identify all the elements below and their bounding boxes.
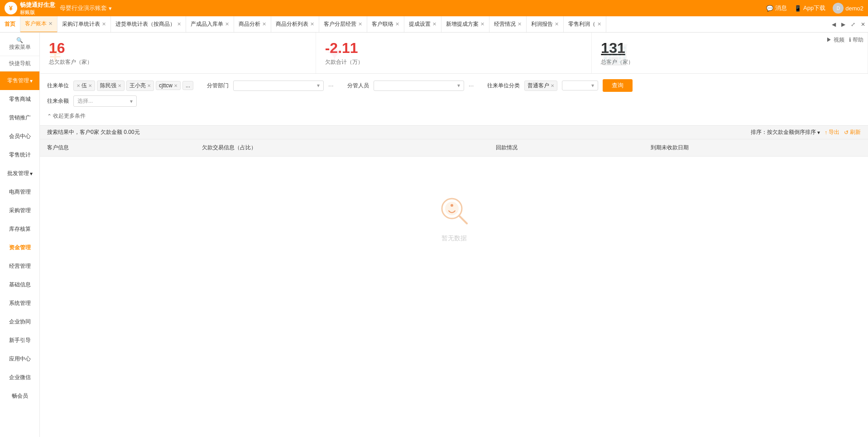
tab-next-button[interactable]: ▶ — [839, 21, 848, 28]
filter-row-2: 往来余额 选择... ▾ — [47, 95, 861, 107]
tab-close-purchase-order[interactable]: ✕ — [102, 21, 106, 27]
unit-tag-remove-cjttcw[interactable]: ✕ — [174, 83, 177, 88]
tab-customer-segment[interactable]: 客户分层经营 ✕ — [319, 16, 367, 33]
tab-profit-report[interactable]: 利润报告 ✕ — [527, 16, 564, 33]
refresh-button[interactable]: ↺ 刷新 — [844, 128, 861, 136]
sidebar-item-marketing[interactable]: 营销推广 — [0, 109, 39, 127]
customers-bg-icon: ¥ — [49, 40, 62, 66]
category-filter-tags: 普通客户 ✕ — [524, 81, 557, 91]
unit-tag-more[interactable]: ... — [182, 81, 193, 90]
tab-close-commission-setting[interactable]: ✕ — [432, 21, 436, 27]
sidebar-item-vip-member[interactable]: 畅会员 — [0, 387, 39, 405]
sidebar-item-purchase[interactable]: 采购管理 — [0, 201, 39, 220]
dept-select[interactable]: ▾ — [233, 81, 324, 91]
export-button[interactable]: ↑ 导出 — [825, 128, 839, 136]
help-icon: ℹ — [849, 37, 851, 43]
category-tag-remove-normal[interactable]: ✕ — [551, 83, 554, 88]
app-download-button[interactable]: 📱 App下载 — [794, 4, 825, 12]
tab-purchase-order[interactable]: 采购订单统计表 ✕ — [58, 16, 111, 33]
tab-close-customer-contact[interactable]: ✕ — [395, 21, 399, 27]
filter-area: 往来单位 ✕ 伍 ✕ 陈民强 ✕ 王小亮 ✕ — [40, 74, 868, 126]
tab-close-product-stock[interactable]: ✕ — [225, 21, 229, 27]
table-header: 客户信息 欠款交易信息（占比） 回款情况 到期未收款日期 — [40, 139, 868, 157]
tab-close-stock-stats[interactable]: ✕ — [177, 21, 181, 27]
tab-bar: 首页 客户账本 ✕ 采购订单统计表 ✕ 进货单统计表（按商品） ✕ 产成品入库单… — [0, 16, 868, 33]
sidebar-item-system[interactable]: 系统管理 — [0, 294, 39, 313]
tab-product-analysis-list[interactable]: 商品分析列表 ✕ — [271, 16, 319, 33]
tab-home[interactable]: 首页 — [0, 16, 20, 33]
video-link[interactable]: ▶ 视频 — [826, 36, 844, 44]
sidebar-item-inventory[interactable]: 库存核算 — [0, 220, 39, 238]
sidebar-item-basic-info[interactable]: 基础信息 — [0, 276, 39, 294]
tab-close-all-button[interactable]: ✕ — [858, 21, 868, 28]
person-select[interactable]: ▾ — [374, 81, 464, 91]
sidebar-item-member-center[interactable]: 会员中心 — [0, 127, 39, 146]
sidebar-search-menu[interactable]: 🔍 搜索菜单 — [0, 33, 39, 56]
svg-line-2 — [460, 216, 467, 223]
tab-close-business-situation[interactable]: ✕ — [518, 21, 522, 27]
tab-customer-account[interactable]: 客户账本 ✕ — [20, 16, 58, 33]
tab-business-situation[interactable]: 经营情况 ✕ — [489, 16, 527, 33]
person-more-btn[interactable]: ··· — [469, 82, 474, 89]
sidebar-item-retail-stats[interactable]: 零售统计 — [0, 146, 39, 164]
results-actions: 排序：按欠款金额倒序排序 ▾ ↑ 导出 ↺ 刷新 — [751, 128, 861, 136]
unit-tag-wang: 王小亮 ✕ — [126, 81, 154, 91]
category-filter-label: 往来单位分类 — [487, 82, 520, 90]
sidebar-item-retail-mall[interactable]: 零售商城 — [0, 90, 39, 109]
category-select-arrow: ▾ — [591, 82, 594, 89]
col-overdue-date: 到期未收款日期 — [643, 139, 868, 157]
sidebar-item-enterprise-wechat[interactable]: 企业微信 — [0, 368, 39, 387]
tab-close-profit-report[interactable]: ✕ — [555, 21, 559, 27]
tab-add-commission[interactable]: 新增提成方案 ✕ — [441, 16, 489, 33]
sidebar-item-ecommerce[interactable]: 电商管理 — [0, 183, 39, 201]
category-select[interactable]: ▾ — [562, 81, 598, 90]
account-dropdown[interactable]: 母婴行业演示账套 ▾ — [60, 4, 112, 12]
stats-bar: ¥ 16 总欠款客户（家） ✦ -2.11 欠款合计（万） 🏢 13 — [40, 33, 868, 74]
unit-tag-remove-wu[interactable]: ✕ — [88, 83, 92, 88]
sidebar-item-enterprise-collab[interactable]: 企业协同 — [0, 313, 39, 331]
tab-commission-setting[interactable]: 提成设置 ✕ — [404, 16, 441, 33]
tab-close-product-analysis-list[interactable]: ✕ — [310, 21, 314, 27]
sidebar-item-wholesale[interactable]: 批发管理 ▾ — [0, 164, 39, 183]
category-tag-normal: 普通客户 ✕ — [524, 81, 557, 91]
tab-close-product-analysis[interactable]: ✕ — [262, 21, 266, 27]
unit-tag-wu: ✕ 伍 ✕ — [73, 81, 95, 91]
collapse-button[interactable]: ⌃ 收起更多条件 — [47, 112, 861, 120]
tab-close-customer-account[interactable]: ✕ — [48, 21, 53, 27]
filter-row-1: 往来单位 ✕ 伍 ✕ 陈民强 ✕ 王小亮 ✕ — [47, 79, 861, 92]
top-right-links: ▶ 视频 ℹ 帮助 — [826, 36, 863, 44]
message-button[interactable]: 💬 消息 — [766, 4, 787, 12]
query-button[interactable]: 查询 — [603, 79, 633, 92]
sidebar-item-newbie-guide[interactable]: 新手引导 — [0, 331, 39, 350]
tab-close-add-commission[interactable]: ✕ — [480, 21, 484, 27]
tab-customer-contact[interactable]: 客户联络 ✕ — [367, 16, 404, 33]
user-menu-button[interactable]: D demo2 — [833, 3, 863, 14]
sidebar-item-operations[interactable]: 经营管理 — [0, 257, 39, 276]
sidebar: 🔍 搜索菜单 快捷导航 零售管理 ▾ 零售商城 营销推广 会员中心 — [0, 33, 40, 437]
help-link[interactable]: ℹ 帮助 — [849, 36, 863, 44]
unit-filter-label: 往来单位 — [47, 82, 69, 90]
tab-stock-stats[interactable]: 进货单统计表（按商品） ✕ — [111, 16, 186, 33]
chevron-down-icon-wholesale: ▾ — [30, 171, 33, 177]
sidebar-quick-nav[interactable]: 快捷导航 — [0, 56, 39, 71]
tab-expand-button[interactable]: ⤢ — [848, 21, 858, 28]
tab-prev-button[interactable]: ◀ — [829, 21, 839, 28]
tab-close-customer-segment[interactable]: ✕ — [358, 21, 362, 27]
tab-retail-profit[interactable]: 零售利润（ ✕ — [564, 16, 606, 33]
empty-icon — [436, 193, 472, 229]
play-icon: ▶ — [826, 37, 832, 43]
tab-product-stock[interactable]: 产成品入库单 ✕ — [186, 16, 234, 33]
sidebar-item-retail-management[interactable]: 零售管理 ▾ — [0, 71, 39, 90]
unit-tag-remove-0: ✕ — [77, 83, 80, 88]
sidebar-item-app-center[interactable]: 应用中心 — [0, 350, 39, 368]
sidebar-item-finance[interactable]: 资金管理 — [0, 238, 39, 257]
sort-select[interactable]: 排序：按欠款金额倒序排序 ▾ — [751, 128, 820, 136]
tab-close-retail-profit[interactable]: ✕ — [597, 21, 601, 27]
tab-nav-controls: ◀ ▶ ⤢ ✕ — [829, 21, 868, 28]
collapse-row: ⌃ 收起更多条件 — [47, 110, 861, 120]
dept-more-btn[interactable]: ··· — [328, 82, 334, 89]
unit-tag-remove-chen[interactable]: ✕ — [118, 83, 121, 88]
unit-tag-remove-wang[interactable]: ✕ — [147, 83, 151, 88]
tab-product-analysis[interactable]: 商品分析 ✕ — [234, 16, 271, 33]
remaining-select[interactable]: 选择... ▾ — [73, 95, 137, 107]
